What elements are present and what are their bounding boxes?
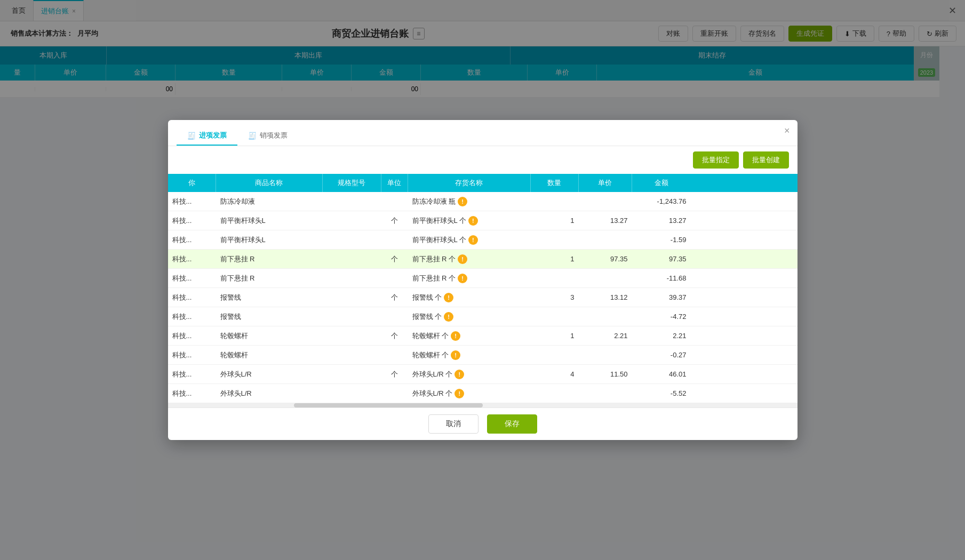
td-price: 13.12 bbox=[579, 290, 632, 305]
td-product: 前平衡杆球头L bbox=[216, 213, 323, 229]
scrollbar-thumb[interactable] bbox=[294, 403, 483, 407]
td-price bbox=[579, 275, 632, 282]
th-product: 商品名称 bbox=[216, 174, 323, 192]
table-row[interactable]: 科技... 前平衡杆球头L 个 前平衡杆球头L 个 ! 1 13.27 13.2… bbox=[168, 211, 797, 230]
td-source: 科技... bbox=[168, 194, 216, 210]
th-unit: 单位 bbox=[381, 174, 408, 192]
td-unit bbox=[381, 352, 408, 358]
td-qty bbox=[531, 390, 579, 397]
warning-icon: ! bbox=[444, 293, 453, 302]
tab-jinxiang[interactable]: 🧾 进项发票 bbox=[177, 126, 237, 146]
td-product: 外球头L/R bbox=[216, 386, 323, 402]
td-stock-name: 前平衡杆球头L 个 ! bbox=[408, 213, 531, 229]
td-amount: -0.27 bbox=[632, 348, 691, 362]
td-price: 2.21 bbox=[579, 329, 632, 343]
batch-assign-button[interactable]: 批量指定 bbox=[693, 151, 739, 169]
td-stock-name: 防冻冷却液 瓶 ! bbox=[408, 194, 531, 210]
td-spec bbox=[323, 198, 381, 205]
td-source: 科技... bbox=[168, 347, 216, 363]
td-unit bbox=[381, 390, 408, 397]
modal-table: 你 商品名称 规格型号 单位 存货名称 数量 单价 金额 科技... 防冻冷却液… bbox=[168, 174, 797, 403]
modal-scrollbar[interactable] bbox=[168, 403, 797, 407]
modal-footer: 取消 保存 bbox=[168, 407, 797, 440]
td-stock-name: 外球头L/R 个 ! bbox=[408, 386, 531, 402]
warning-icon: ! bbox=[458, 274, 467, 283]
modal-header: 🧾 进项发票 🧾 销项发票 × bbox=[168, 120, 797, 146]
table-row[interactable]: 科技... 轮毂螺杆 轮毂螺杆 个 ! -0.27 bbox=[168, 346, 797, 365]
th-price: 单价 bbox=[579, 174, 632, 192]
cancel-button[interactable]: 取消 bbox=[428, 414, 478, 434]
table-row[interactable]: 科技... 外球头L/R 外球头L/R 个 ! -5.52 bbox=[168, 384, 797, 403]
td-unit bbox=[381, 237, 408, 243]
td-source: 科技... bbox=[168, 232, 216, 248]
tab-xiaoxiang[interactable]: 🧾 销项发票 bbox=[237, 126, 298, 146]
td-product: 报警线 bbox=[216, 290, 323, 306]
td-stock-name: 轮毂螺杆 个 ! bbox=[408, 347, 531, 363]
warning-icon: ! bbox=[458, 197, 467, 206]
td-source: 科技... bbox=[168, 309, 216, 325]
jinxiang-label: 进项发票 bbox=[199, 131, 227, 140]
warning-icon: ! bbox=[468, 216, 478, 226]
table-row[interactable]: 科技... 报警线 报警线 个 ! -4.72 bbox=[168, 307, 797, 326]
td-amount: 2.21 bbox=[632, 329, 691, 343]
td-product: 前下悬挂 R bbox=[216, 270, 323, 286]
td-price bbox=[579, 198, 632, 205]
td-spec bbox=[323, 390, 381, 397]
td-price bbox=[579, 237, 632, 243]
xiaoxiang-icon: 🧾 bbox=[248, 132, 257, 140]
td-amount: 46.01 bbox=[632, 367, 691, 381]
td-spec bbox=[323, 333, 381, 339]
warning-icon: ! bbox=[454, 370, 464, 379]
table-row[interactable]: 科技... 前平衡杆球头L 前平衡杆球头L 个 ! -1.59 bbox=[168, 230, 797, 250]
td-source: 科技... bbox=[168, 366, 216, 382]
td-amount: 97.35 bbox=[632, 252, 691, 266]
td-source: 科技... bbox=[168, 213, 216, 229]
table-header: 你 商品名称 规格型号 单位 存货名称 数量 单价 金额 bbox=[168, 174, 797, 192]
td-spec bbox=[323, 218, 381, 224]
jinxiang-icon: 🧾 bbox=[187, 132, 196, 140]
td-unit bbox=[381, 198, 408, 205]
table-row[interactable]: 科技... 前下悬挂 R 前下悬挂 R 个 ! -11.68 bbox=[168, 269, 797, 288]
td-source: 科技... bbox=[168, 251, 216, 267]
warning-icon: ! bbox=[451, 350, 460, 360]
td-stock-name: 外球头L/R 个 ! bbox=[408, 366, 531, 382]
td-price: 97.35 bbox=[579, 252, 632, 266]
td-qty: 1 bbox=[531, 252, 579, 266]
td-spec bbox=[323, 314, 381, 320]
td-unit: 个 bbox=[381, 328, 408, 344]
table-row[interactable]: 科技... 轮毂螺杆 个 轮毂螺杆 个 ! 1 2.21 2.21 bbox=[168, 326, 797, 346]
table-row[interactable]: 科技... 前下悬挂 R 个 前下悬挂 R 个 ! 1 97.35 97.35 bbox=[168, 250, 797, 269]
td-qty: 3 bbox=[531, 290, 579, 305]
td-price bbox=[579, 390, 632, 397]
td-amount: -1.59 bbox=[632, 233, 691, 247]
td-unit: 个 bbox=[381, 290, 408, 306]
warning-icon: ! bbox=[451, 331, 460, 341]
td-amount: -4.72 bbox=[632, 309, 691, 324]
xiaoxiang-label: 销项发票 bbox=[260, 131, 288, 140]
save-button[interactable]: 保存 bbox=[487, 414, 537, 434]
td-product: 外球头L/R bbox=[216, 366, 323, 382]
td-qty: 1 bbox=[531, 329, 579, 343]
table-row[interactable]: 科技... 报警线 个 报警线 个 ! 3 13.12 39.37 bbox=[168, 288, 797, 307]
th-qty: 数量 bbox=[531, 174, 579, 192]
td-source: 科技... bbox=[168, 386, 216, 402]
batch-create-button[interactable]: 批量创建 bbox=[743, 151, 789, 169]
td-qty bbox=[531, 314, 579, 320]
modal-toolbar: 批量指定 批量创建 bbox=[168, 146, 797, 174]
td-spec bbox=[323, 294, 381, 301]
td-price bbox=[579, 314, 632, 320]
td-qty bbox=[531, 237, 579, 243]
td-product: 防冻冷却液 bbox=[216, 194, 323, 210]
table-row[interactable]: 科技... 外球头L/R 个 外球头L/R 个 ! 4 11.50 46.01 bbox=[168, 365, 797, 384]
table-body: 科技... 防冻冷却液 防冻冷却液 瓶 ! -1,243.76 科技... 前平… bbox=[168, 192, 797, 403]
td-unit bbox=[381, 314, 408, 320]
td-spec bbox=[323, 275, 381, 282]
modal-close-button[interactable]: × bbox=[784, 125, 790, 137]
td-spec bbox=[323, 256, 381, 262]
td-stock-name: 前平衡杆球头L 个 ! bbox=[408, 232, 531, 248]
td-qty bbox=[531, 198, 579, 205]
td-stock-name: 报警线 个 ! bbox=[408, 309, 531, 325]
table-row[interactable]: 科技... 防冻冷却液 防冻冷却液 瓶 ! -1,243.76 bbox=[168, 192, 797, 211]
modal-overlay: 🧾 进项发票 🧾 销项发票 × 批量指定 批量创建 bbox=[0, 0, 965, 560]
main-content: 销售成本计算方法： 月平均 商贸企业进销台账 ≡ 对账 重新开账 存货别名 生成… bbox=[0, 21, 965, 560]
